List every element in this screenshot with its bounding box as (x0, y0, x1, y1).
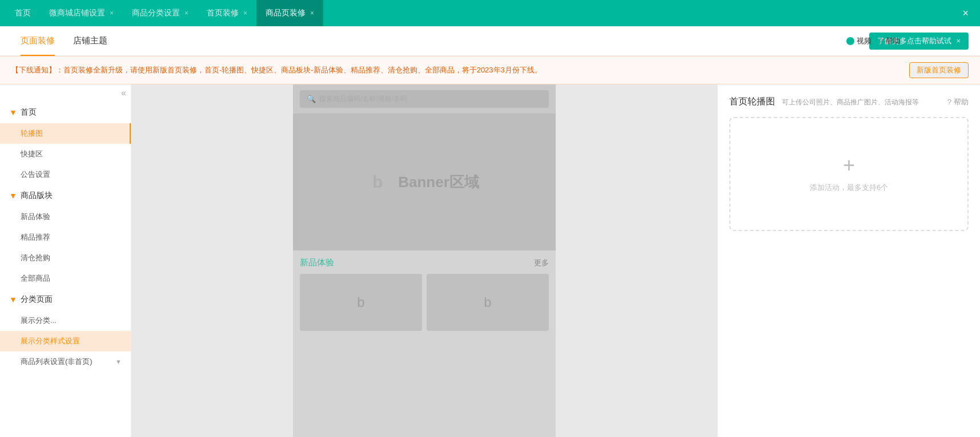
tab-home-decor[interactable]: 首页装修 × (198, 0, 256, 26)
sidebar-item-category-style[interactable]: 展示分类样式设置 (0, 331, 131, 351)
tab-home[interactable]: 首页 (6, 0, 40, 26)
banner-logo-icon: b (369, 171, 392, 193)
sidebar-section-category[interactable]: ▼ 分类页面 (0, 289, 131, 310)
product-section-header: 新品体验 更多 (300, 257, 549, 268)
sidebar-item-new-exp[interactable]: 新品体验 (0, 207, 131, 227)
right-panel-title-area: 首页轮播图 可上传公司照片、商品推广图片、活动海报等 (729, 96, 919, 108)
chevron-down-icon: ▼ (115, 358, 122, 365)
help-banner-close[interactable]: × (956, 37, 961, 45)
product-item-2[interactable]: b (427, 274, 549, 331)
preview-search-bar: 🔍 搜索商品编码/名称/规格/条码 (293, 84, 556, 114)
help-link[interactable]: ? 帮助 (878, 36, 900, 46)
product-placeholder-icon-1: b (357, 294, 364, 310)
question-circle-icon: ? (947, 98, 951, 106)
preview-area: 🔍 搜索商品编码/名称/规格/条码 b Banner区域 新品体验 更多 (131, 84, 717, 437)
product-item-1[interactable]: b (300, 274, 422, 331)
tab-product-decor[interactable]: 商品页装修 × (256, 0, 323, 26)
sidebar: « ▼ 首页 轮播图 快捷区 公告设置 ▼ 商品版块 新品体验 精品推荐 清仓抢… (0, 84, 131, 437)
tab-bar: 首页 微商城店铺设置 × 商品分类设置 × 首页装修 × 商品页装修 × × (0, 0, 980, 26)
preview-search-box[interactable]: 🔍 搜索商品编码/名称/规格/条码 (300, 90, 549, 108)
add-activity-box[interactable]: + 添加活动，最多支持6个 (729, 117, 969, 231)
new-version-btn[interactable]: 新版首页装修 (909, 62, 969, 78)
close-home-decor[interactable]: × (243, 9, 247, 17)
add-activity-text: 添加活动，最多支持6个 (810, 183, 888, 193)
plus-icon: + (843, 155, 855, 176)
arrow-down-icon: ▼ (9, 108, 17, 117)
question-icon: ? (878, 36, 883, 46)
right-panel-help-btn[interactable]: ? 帮助 (947, 97, 969, 107)
phone-preview: 🔍 搜索商品编码/名称/规格/条码 b Banner区域 新品体验 更多 (293, 84, 556, 437)
product-section: 新品体验 更多 b b (293, 250, 556, 338)
product-placeholder-icon-2: b (484, 294, 491, 310)
sub-tab-bar: 页面装修 店铺主题 了解更多点击帮助试试 × 视频 ? 帮助 (0, 26, 980, 56)
tab-bar-close-btn[interactable]: × (957, 7, 974, 19)
svg-text:b: b (372, 172, 383, 191)
sidebar-section-product-block[interactable]: ▼ 商品版块 (0, 185, 131, 207)
sidebar-item-show-category[interactable]: 展示分类... (0, 310, 131, 331)
right-panel: 首页轮播图 可上传公司照片、商品推广图片、活动海报等 ? 帮助 + 添加活动，最… (717, 84, 980, 437)
sub-tab-page-decor[interactable]: 页面装修 (11, 26, 64, 56)
product-section-more[interactable]: 更多 (534, 258, 549, 268)
arrow-down-icon-2: ▼ (9, 191, 17, 200)
product-section-title: 新品体验 (300, 257, 334, 268)
main-content: « ▼ 首页 轮播图 快捷区 公告设置 ▼ 商品版块 新品体验 精品推荐 清仓抢… (0, 84, 980, 437)
sidebar-item-featured[interactable]: 精品推荐 (0, 227, 131, 248)
close-product-decor[interactable]: × (310, 9, 314, 17)
notice-bar: 【下线通知】：首页装修全新升级，请使用新版首页装修，首页-轮播图、快捷区、商品板… (0, 56, 980, 84)
video-icon (846, 37, 854, 45)
sidebar-item-all-products[interactable]: 全部商品 (0, 268, 131, 289)
sidebar-item-banner[interactable]: 轮播图 (0, 123, 131, 144)
close-category-settings[interactable]: × (184, 9, 188, 17)
sidebar-item-product-list[interactable]: 商品列表设置(非首页) ▼ (0, 351, 131, 372)
sub-tab-store-theme[interactable]: 店铺主题 (64, 26, 117, 56)
right-panel-header: 首页轮播图 可上传公司照片、商品推广图片、活动海报等 ? 帮助 (729, 96, 969, 108)
search-icon: 🔍 (307, 95, 316, 103)
sidebar-section-home[interactable]: ▼ 首页 (0, 102, 131, 123)
sidebar-item-shortcut[interactable]: 快捷区 (0, 144, 131, 164)
sidebar-collapse-btn[interactable]: « (0, 84, 131, 102)
tab-store-settings[interactable]: 微商城店铺设置 × (40, 0, 123, 26)
sidebar-item-clearance[interactable]: 清仓抢购 (0, 248, 131, 268)
product-grid: b b (300, 274, 549, 331)
right-panel-subtitle: 可上传公司照片、商品推广图片、活动海报等 (782, 98, 919, 106)
close-store-settings[interactable]: × (110, 9, 114, 17)
notice-text: 【下线通知】：首页装修全新升级，请使用新版首页装修，首页-轮播图、快捷区、商品板… (11, 65, 542, 75)
video-link[interactable]: 视频 (846, 36, 871, 46)
collapse-icon: « (121, 88, 126, 98)
banner-area[interactable]: b Banner区域 (293, 114, 556, 250)
right-panel-title: 首页轮播图 (729, 96, 775, 106)
sidebar-item-notice[interactable]: 公告设置 (0, 164, 131, 185)
arrow-down-icon-3: ▼ (9, 295, 17, 304)
tab-category-settings[interactable]: 商品分类设置 × (123, 0, 198, 26)
